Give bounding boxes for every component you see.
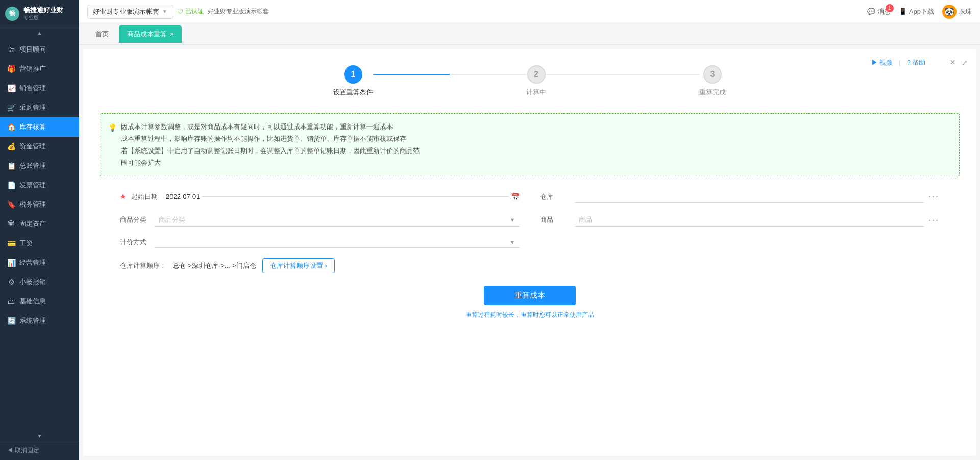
step-2: 2 计算中 <box>526 65 546 97</box>
phone-icon: 📱 <box>899 8 907 15</box>
sidebar-item-label: 发票管理 <box>19 181 46 190</box>
field-category: 商品分类 商品分类 ▼ <box>120 213 520 227</box>
tab-cost-recalc[interactable]: 商品成本重算 × <box>119 25 182 43</box>
step-1: 1 设置重算条件 <box>333 65 373 97</box>
sidebar-item-invoice[interactable]: 📄 发票管理 <box>0 175 79 195</box>
main-container: 好业财专业版演示帐套 ▼ 🛡 已认证 好业财专业版演示帐套 💬 消息 1 📱 A… <box>79 0 980 460</box>
sidebar: 畅 畅捷通好业财 专业版 ▲ 🗂 项目顾问 🎁 营销推广 📈 销售管理 🛒 采购… <box>0 0 79 460</box>
warehouse-more-icon[interactable]: ··· <box>928 191 939 202</box>
sidebar-item-expense[interactable]: ⚙ 小畅报销 <box>0 272 79 292</box>
category-placeholder: 商品分类 <box>159 215 185 224</box>
operations-icon: 📊 <box>7 259 15 267</box>
avatar-image: 🐼 <box>942 5 957 19</box>
sidebar-item-accounting[interactable]: 📋 总账管理 <box>0 156 79 175</box>
app-download-button[interactable]: 📱 App下载 <box>899 7 934 16</box>
account-selector[interactable]: 好业财专业版演示帐套 ▼ <box>87 5 173 19</box>
goods-label: 商品 <box>540 215 571 224</box>
notice-content: 因成本计算参数调整，或是对商品成本有疑问时，可以通过成本重算功能，重新计算一遍成… <box>121 121 420 169</box>
category-select[interactable]: 商品分类 ▼ <box>155 213 520 227</box>
step-2-circle: 2 <box>527 65 546 84</box>
field-warehouse: 仓库 ··· <box>540 191 940 203</box>
sidebar-scroll-down[interactable]: ▼ <box>0 431 79 441</box>
category-label: 商品分类 <box>120 215 151 224</box>
sidebar-item-label: 项目顾问 <box>19 45 46 54</box>
topbar: 好业财专业版演示帐套 ▼ 🛡 已认证 好业财专业版演示帐套 💬 消息 1 📱 A… <box>79 0 980 23</box>
notice-line-1: 因成本计算参数调整，或是对商品成本有疑问时，可以通过成本重算功能，重新计算一遍成… <box>121 121 420 133</box>
sidebar-item-purchase[interactable]: 🛒 采购管理 <box>0 98 79 117</box>
tab-close-icon[interactable]: × <box>170 31 174 38</box>
sidebar-item-label: 经营管理 <box>19 258 46 267</box>
user-avatar[interactable]: 🐼 珠珠 <box>942 5 972 19</box>
notice-line-2: 成本重算过程中，影响库存账的操作均不能操作，比如进货单、销货单、库存单据不能审核… <box>121 133 420 144</box>
sidebar-item-system[interactable]: 🔄 系统管理 <box>0 311 79 330</box>
sidebar-item-project[interactable]: 🗂 项目顾问 <box>0 40 79 59</box>
accounting-icon: 📋 <box>7 162 15 170</box>
notice-line-4: 围可能会扩大 <box>121 157 420 168</box>
verified-account-name: 好业财专业版演示帐套 <box>208 7 269 16</box>
message-button[interactable]: 💬 消息 1 <box>867 7 891 16</box>
sidebar-item-label: 小畅报销 <box>19 277 46 287</box>
field-goods: 商品 商品 ··· <box>540 213 940 227</box>
warehouse-order-settings-button[interactable]: 仓库计算顺序设置 › <box>262 258 335 273</box>
recalc-button-label: 重算成本 <box>514 291 545 299</box>
field-price-method: 计价方式 ▼ <box>120 237 520 248</box>
message-icon: 💬 <box>867 8 875 15</box>
sidebar-item-inventory[interactable]: 🏠 库存核算 <box>0 117 79 137</box>
sidebar-unpin-button[interactable]: ◀ 取消固定 <box>0 441 79 460</box>
required-star: ★ <box>120 193 126 200</box>
sidebar-item-finance[interactable]: 💰 资金管理 <box>0 137 79 156</box>
price-method-select[interactable]: ▼ <box>155 237 520 248</box>
unpin-label: ◀ 取消固定 <box>7 446 39 455</box>
step-1-circle: 1 <box>344 65 362 84</box>
form-section: ★ 起始日期 2022-07-01 📅 仓库 ··· 商品分类 <box>100 191 960 319</box>
topbar-right: 💬 消息 1 📱 App下载 🐼 珠珠 <box>867 5 972 19</box>
step-container: 1 设置重算条件 2 计算中 3 重算完成 <box>100 61 960 97</box>
submit-section: 重算成本 重算过程耗时较长，重算时您可以正常使用产品 <box>120 286 939 319</box>
sidebar-item-label: 系统管理 <box>19 316 46 325</box>
sidebar-item-marketing[interactable]: 🎁 营销推广 <box>0 59 79 79</box>
sidebar-item-label: 采购管理 <box>19 103 46 112</box>
sidebar-item-sales[interactable]: 📈 销售管理 <box>0 79 79 98</box>
sidebar-item-assets[interactable]: 🏛 固定资产 <box>0 214 79 234</box>
price-method-label: 计价方式 <box>120 238 151 247</box>
step-3-label: 重算完成 <box>699 88 726 97</box>
verified-label: 已认证 <box>185 7 204 16</box>
sidebar-item-basic[interactable]: 🗃 基础信息 <box>0 292 79 311</box>
sidebar-scroll-up[interactable]: ▲ <box>0 28 79 38</box>
sidebar-item-tax[interactable]: 🔖 税务管理 <box>0 195 79 214</box>
category-chevron-icon: ▼ <box>510 217 516 223</box>
sidebar-header: 畅 畅捷通好业财 专业版 <box>0 0 79 28</box>
user-name: 珠珠 <box>959 7 972 16</box>
system-icon: 🔄 <box>7 317 15 325</box>
warehouse-order-label: 仓库计算顺序： <box>120 261 166 270</box>
submit-hint: 重算过程耗时较长，重算时您可以正常使用产品 <box>120 311 939 319</box>
app-title-block: 畅捷通好业财 专业版 <box>23 6 63 21</box>
price-method-chevron-icon: ▼ <box>510 239 516 245</box>
expense-icon: ⚙ <box>7 278 15 286</box>
tab-home[interactable]: 首页 <box>87 25 117 43</box>
warehouse-input[interactable] <box>575 191 924 203</box>
app-edition: 专业版 <box>23 14 63 21</box>
assets-icon: 🏛 <box>7 220 15 228</box>
step-line-2 <box>546 74 699 75</box>
finance-icon: 💰 <box>7 142 15 150</box>
expand-button[interactable]: ⤢ <box>962 59 968 67</box>
sidebar-item-label: 工资 <box>19 239 33 248</box>
sidebar-item-label: 资金管理 <box>19 142 46 151</box>
recalc-button[interactable]: 重算成本 <box>484 286 576 305</box>
content-area: ▶ 视频 | ? 帮助 × ⤢ 1 设置重算条件 2 <box>83 49 976 456</box>
app-name: 畅捷通好业财 <box>23 6 63 14</box>
calendar-icon[interactable]: 📅 <box>511 193 520 201</box>
warehouse-label: 仓库 <box>540 192 571 201</box>
warehouse-order-row: 仓库计算顺序： 总仓->深圳仓库->...->门店仓 仓库计算顺序设置 › <box>120 258 939 273</box>
sidebar-item-label: 税务管理 <box>19 200 46 209</box>
sidebar-item-salary[interactable]: 💳 工资 <box>0 234 79 253</box>
warehouse-order-value: 总仓->深圳仓库->...->门店仓 <box>173 261 256 270</box>
tax-icon: 🔖 <box>7 200 15 209</box>
sidebar-item-operations[interactable]: 📊 经营管理 <box>0 253 79 272</box>
notice-line-3: 若【系统设置】中启用了自动调整记账日期时，会调整入库单的整单记账日期，因此重新计… <box>121 145 420 157</box>
goods-more-icon[interactable]: ··· <box>928 215 939 225</box>
step-3: 3 重算完成 <box>699 65 726 97</box>
step-3-circle: 3 <box>703 65 722 84</box>
start-date-label: 起始日期 <box>131 192 162 201</box>
